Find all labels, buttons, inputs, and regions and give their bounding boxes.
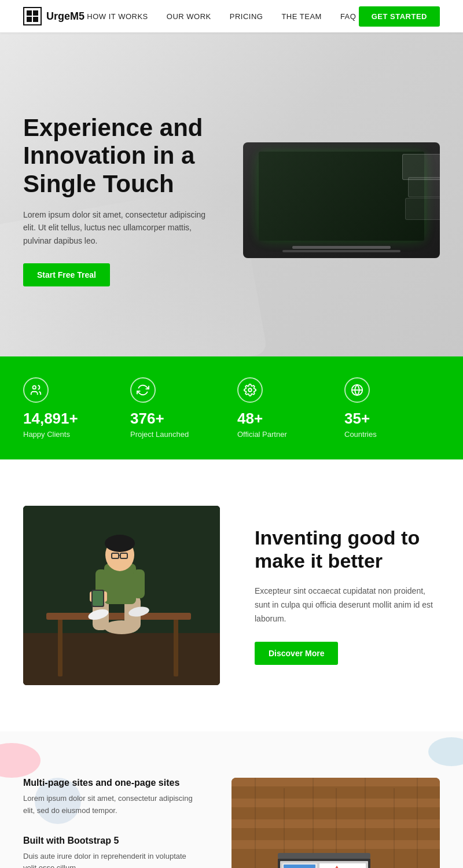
hero-image — [243, 142, 440, 258]
hero-content: Experience and Innovation in a Single To… — [23, 114, 220, 286]
logo[interactable]: UrgeM5 — [23, 7, 84, 25]
users-svg — [30, 384, 42, 396]
svg-rect-39 — [394, 788, 395, 868]
nav-the-team[interactable]: THE TEAM — [281, 12, 322, 21]
gear-icon — [237, 377, 263, 403]
stats-section: 14,891+ Happy Clients 376+ Project Launc… — [0, 356, 463, 459]
deco-pink-shape — [0, 743, 41, 778]
svg-point-0 — [33, 386, 36, 389]
hero-description: Lorem ipsum dolor sit amet, consectetur … — [23, 208, 220, 247]
feature-multipage: Multi-page sites and one-page sites Lore… — [23, 778, 197, 817]
svg-rect-46 — [284, 865, 315, 868]
feature-multipage-desc: Lorem ipsum dolor sit amet, consectetur … — [23, 793, 197, 817]
svg-rect-8 — [174, 619, 178, 676]
stat-happy-clients: 14,891+ Happy Clients — [23, 377, 119, 439]
features-section: Multi-page sites and one-page sites Lore… — [0, 731, 463, 868]
svg-point-22 — [105, 535, 135, 552]
stat-countries: 35+ Countries — [344, 377, 440, 439]
svg-rect-20 — [93, 591, 103, 606]
hero-section: Experience and Innovation in a Single To… — [0, 32, 463, 356]
start-trial-button[interactable]: Start Free Treal — [23, 263, 110, 286]
invent-content: Inventing good to make it better Excepte… — [255, 526, 440, 665]
globe-svg — [351, 384, 363, 396]
users-icon — [23, 377, 49, 403]
nav-faq[interactable]: FAQ — [340, 12, 357, 21]
feature-bootstrap: Built with Bootstrap 5 Duis aute irure d… — [23, 836, 197, 868]
gear-svg — [244, 384, 256, 396]
logo-icon — [23, 7, 42, 25]
nav-links: HOW IT WORKS OUR WORK PRICING THE TEAM F… — [87, 12, 356, 21]
features-office-image — [232, 778, 440, 868]
svg-rect-17 — [133, 569, 145, 598]
svg-rect-27 — [232, 778, 440, 786]
stat-official-partner-label: Official Partner — [237, 430, 287, 439]
refresh-icon — [130, 377, 156, 403]
refresh-svg — [137, 384, 149, 396]
discover-more-button[interactable]: Discover More — [255, 642, 338, 665]
stat-countries-number: 35+ — [344, 410, 370, 428]
stat-official-partner-number: 48+ — [237, 410, 263, 428]
nav-how-it-works[interactable]: HOW IT WORKS — [87, 12, 148, 21]
feature-bootstrap-title: Built with Bootstrap 5 — [23, 836, 197, 846]
invent-description: Excepteur sint occaecat cupidatat non pr… — [255, 584, 440, 626]
svg-rect-48 — [319, 863, 366, 868]
invent-image — [23, 506, 220, 685]
stat-project-launched: 376+ Project Launched — [130, 377, 226, 439]
svg-rect-40 — [417, 778, 418, 868]
feature-bootstrap-desc: Duis aute irure dolor in reprehenderit i… — [23, 851, 197, 868]
svg-point-1 — [248, 388, 252, 392]
stat-countries-label: Countries — [344, 430, 377, 439]
svg-rect-9 — [46, 613, 191, 620]
navigation: UrgeM5 HOW IT WORKS OUR WORK PRICING THE… — [0, 0, 463, 32]
svg-rect-34 — [255, 778, 256, 868]
stat-project-launched-number: 376+ — [130, 410, 164, 428]
svg-rect-6 — [23, 633, 220, 685]
nav-our-work[interactable]: OUR WORK — [167, 12, 211, 21]
hero-laptop-image — [243, 142, 440, 258]
person-sitting-svg — [23, 506, 220, 685]
invent-section: Inventing good to make it better Excepte… — [0, 459, 463, 731]
stat-project-launched-label: Project Launched — [130, 430, 189, 439]
nav-pricing[interactable]: PRICING — [230, 12, 263, 21]
stat-official-partner: 48+ Official Partner — [237, 377, 333, 439]
invent-title: Inventing good to make it better — [255, 526, 440, 573]
stat-happy-clients-number: 14,891+ — [23, 410, 78, 428]
stat-happy-clients-label: Happy Clients — [23, 430, 70, 439]
get-started-button[interactable]: GET STARTED — [359, 6, 440, 27]
features-list: Multi-page sites and one-page sites Lore… — [23, 778, 197, 868]
logo-text: UrgeM5 — [46, 10, 84, 23]
office-scene-svg — [232, 778, 440, 868]
feature-multipage-title: Multi-page sites and one-page sites — [23, 778, 197, 788]
hero-title: Experience and Innovation in a Single To… — [23, 114, 220, 198]
globe-icon — [344, 377, 370, 403]
svg-rect-42 — [278, 853, 370, 859]
svg-rect-7 — [58, 619, 63, 676]
deco-right-shape — [428, 737, 463, 766]
